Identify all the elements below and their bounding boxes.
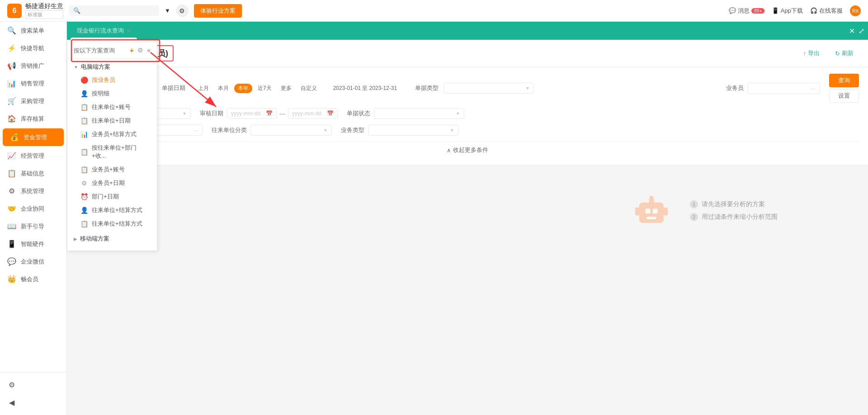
sidebar-label-10: 企业协同 bbox=[21, 205, 44, 213]
collapse-icon: ◀ bbox=[7, 398, 16, 407]
sidebar-item-采购管理[interactable]: 🛒 采购管理 bbox=[0, 92, 66, 110]
search-icon: 🔍 bbox=[73, 7, 80, 14]
review-date-to[interactable]: yyyy-mm-dd 📅 bbox=[288, 108, 338, 119]
sidebar-label-6: 资金管理 bbox=[24, 133, 47, 141]
export-icon: ↑ bbox=[803, 50, 807, 57]
sales-rep-field: 业务员 ··· bbox=[726, 83, 820, 94]
sidebar-label-14: 畅会员 bbox=[21, 275, 38, 283]
doc-status-field: 单据状态 ▾ bbox=[347, 108, 464, 119]
doc-type-select[interactable]: ▾ bbox=[443, 83, 534, 94]
scheme-section-1: ▶ 移动端方案 bbox=[67, 232, 157, 245]
svg-rect-3 bbox=[646, 217, 656, 219]
sidebar-item-搜索菜单[interactable]: 🔍 搜索菜单 bbox=[0, 22, 66, 39]
date-tab-本年[interactable]: 本年 bbox=[234, 84, 252, 93]
export-button[interactable]: ↑ 导出 bbox=[798, 47, 826, 60]
sidebar-item-畅会员[interactable]: 👑 畅会员 bbox=[0, 270, 66, 288]
refresh-button[interactable]: ↻ 刷新 bbox=[830, 47, 859, 60]
sidebar-item-营销推广[interactable]: 📢 营销推广 bbox=[0, 57, 66, 75]
scheme-item-0-3[interactable]: 📋 往来单位+日期 bbox=[67, 114, 157, 127]
scheme-item-0-2[interactable]: 📋 往来单位+账号 bbox=[67, 100, 157, 114]
sidebar-label-0: 搜索菜单 bbox=[21, 27, 44, 35]
scheme-item-0-8[interactable]: ⏰ 部门+日期 bbox=[67, 190, 157, 203]
sidebar-label-12: 智能硬件 bbox=[21, 240, 44, 248]
online-service-btn[interactable]: 🎧 在线客服 bbox=[810, 7, 843, 15]
sidebar-collapse-btn[interactable]: ◀ bbox=[0, 394, 66, 411]
sidebar-item-库存核算[interactable]: 🏠 库存核算 bbox=[0, 110, 66, 127]
sidebar-item-基础信息[interactable]: 📋 基础信息 bbox=[0, 165, 66, 182]
date-tab-更多[interactable]: 更多 bbox=[277, 84, 295, 93]
doc-type-label: 单据类型 bbox=[415, 84, 440, 92]
nav-dropdown[interactable]: ▼ bbox=[165, 7, 170, 14]
page-content: 收款情况统计(按业务员) ↑ 导出 ↻ 刷新 bbox=[67, 40, 868, 415]
scheme-section-header-0[interactable]: ▼ 电脑端方案 bbox=[67, 61, 157, 73]
sidebar-item-销售管理[interactable]: 📊 销售管理 bbox=[0, 75, 66, 92]
section-arrow-0: ▼ bbox=[74, 65, 78, 70]
review-date-from[interactable]: yyyy-mm-dd 📅 bbox=[227, 108, 277, 119]
sales-rep-label: 业务员 bbox=[726, 84, 744, 92]
scheme-item-0-4[interactable]: 📊 业务员+结算方式 bbox=[67, 127, 157, 141]
brand: 6 畅捷通好生意 标准版 bbox=[7, 2, 63, 19]
sidebar-item-企业协同[interactable]: 🤝 企业协同 bbox=[0, 200, 66, 217]
date-label: 单据日期 bbox=[162, 84, 185, 92]
date-tab-上月[interactable]: 上月 bbox=[194, 84, 212, 93]
step1-num: 1 bbox=[690, 200, 698, 208]
doc-status-select[interactable]: ▾ bbox=[374, 108, 464, 119]
more-icon[interactable]: ··· bbox=[810, 85, 815, 92]
scheme-item-0-1[interactable]: 👤 按明细 bbox=[67, 87, 157, 100]
review-date-field: 审核日期 yyyy-mm-dd 📅 — yyyy-mm-dd 📅 bbox=[200, 108, 338, 119]
filter-panel: 按以下方案查询 + ⚙ « 单据日期 上月本月本年近7天更多自定义 2023-0… bbox=[67, 67, 868, 165]
message-icon: 💬 bbox=[729, 7, 736, 14]
partner-more-icon[interactable]: ··· bbox=[193, 127, 198, 133]
svg-rect-6 bbox=[635, 208, 639, 216]
sidebar-item-settings[interactable]: ⚙ bbox=[0, 376, 66, 394]
query-btn-group: 查询 设置 bbox=[829, 74, 859, 103]
sidebar-label-8: 基础信息 bbox=[21, 170, 44, 178]
partner-category-select[interactable]: ▾ bbox=[250, 125, 332, 136]
settings-button[interactable]: 设置 bbox=[829, 89, 859, 103]
date-tab-近7天[interactable]: 近7天 bbox=[254, 84, 275, 93]
scheme-section-header-1[interactable]: ▶ 移动端方案 bbox=[67, 232, 157, 245]
calendar-icon-2: 📅 bbox=[327, 110, 334, 117]
query-button[interactable]: 查询 bbox=[829, 74, 859, 87]
scheme-item-0-5[interactable]: 📋 按往来单位+部门+收... bbox=[67, 141, 157, 163]
sidebar-item-智能硬件[interactable]: 📱 智能硬件 bbox=[0, 235, 66, 253]
sidebar-item-资金管理[interactable]: 💰 资金管理 bbox=[3, 128, 64, 146]
add-panel-icon[interactable]: + bbox=[130, 47, 134, 55]
panel-collapse-icon[interactable]: « bbox=[147, 47, 151, 55]
try-industry-button[interactable]: 体验行业方案 bbox=[194, 4, 242, 18]
sidebar-item-企业微信[interactable]: 💬 企业微信 bbox=[0, 253, 66, 270]
nav-search-bar[interactable]: 🔍 bbox=[69, 5, 159, 16]
close-window-icon[interactable]: ✕ bbox=[849, 27, 855, 35]
sidebar-item-新手引导[interactable]: 📖 新手引导 bbox=[0, 217, 66, 235]
tabs-right: ✕ ⤢ bbox=[849, 27, 864, 35]
collapse-bar[interactable]: ∧ 收起更多条件 bbox=[76, 141, 859, 159]
sidebar-item-经营管理[interactable]: 📈 经营管理 bbox=[0, 147, 66, 165]
user-avatar[interactable]: Rit bbox=[850, 5, 861, 16]
sidebar-icon-0: 🔍 bbox=[7, 26, 16, 35]
settings-icon-btn[interactable]: ⚙ bbox=[176, 5, 189, 17]
sidebar-icon-9: ⚙ bbox=[7, 187, 16, 195]
tab-现金银行流水查询[interactable]: 现金银行流水查询✕ bbox=[71, 24, 137, 38]
sidebar-item-快捷导航[interactable]: ⚡ 快捷导航 bbox=[0, 39, 66, 57]
scheme-item-0-10[interactable]: 📋 往来单位+结算方式 bbox=[67, 217, 157, 231]
panel-settings-icon[interactable]: ⚙ bbox=[137, 47, 143, 55]
messages-btn[interactable]: 💬 消息 99+ bbox=[729, 7, 764, 15]
page-actions: ↑ 导出 ↻ 刷新 bbox=[798, 47, 859, 60]
avatar-icon: Rit bbox=[850, 5, 861, 16]
sales-rep-select[interactable]: ··· bbox=[748, 83, 820, 94]
scheme-item-label-0-1: 按明细 bbox=[92, 90, 109, 98]
review-date-range: yyyy-mm-dd 📅 — yyyy-mm-dd 📅 bbox=[227, 108, 338, 119]
empty-state-area: 1 请先选择要分析的方案 2 用过滤条件来缩小分析范围 bbox=[67, 165, 868, 256]
scheme-item-0-6[interactable]: 📋 业务员+账号 bbox=[67, 163, 157, 176]
date-tab-本月[interactable]: 本月 bbox=[214, 84, 232, 93]
biz-type-select[interactable]: ▾ bbox=[368, 125, 458, 136]
maximize-icon[interactable]: ⤢ bbox=[859, 27, 864, 35]
scheme-item-0-0[interactable]: 🔴 按业务员 bbox=[67, 73, 157, 87]
sidebar-item-系统管理[interactable]: ⚙ 系统管理 bbox=[0, 182, 66, 200]
tab-close-1[interactable]: ✕ bbox=[127, 28, 131, 34]
scheme-item-icon-0-4: 📊 bbox=[80, 131, 88, 138]
scheme-item-0-9[interactable]: 👤 往来单位+结算方式 bbox=[67, 203, 157, 217]
scheme-item-0-7[interactable]: ⚙ 业务员+日期 bbox=[67, 176, 157, 190]
date-tab-自定义[interactable]: 自定义 bbox=[297, 84, 321, 93]
app-download-btn[interactable]: 📱 App下载 bbox=[772, 7, 803, 15]
